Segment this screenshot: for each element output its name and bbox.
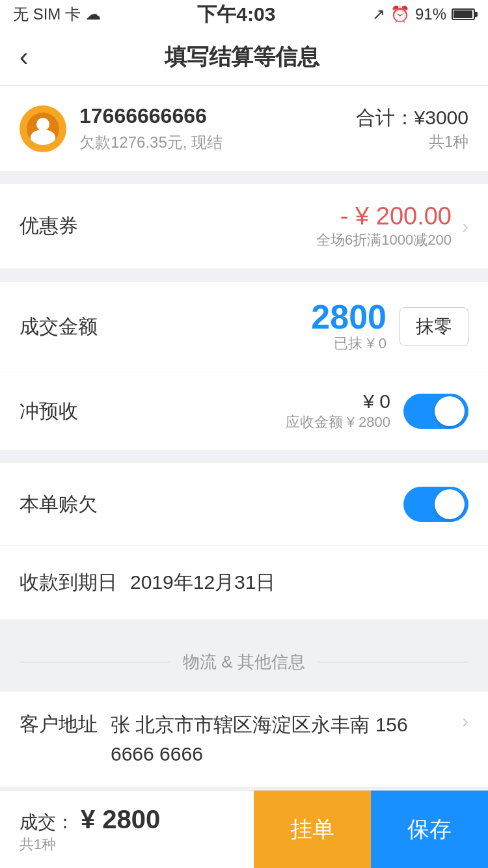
prepaid-right: ¥ 0 应收金额 ¥ 2800 xyxy=(286,390,468,432)
back-button[interactable]: ‹ xyxy=(20,42,28,72)
prepaid-receivable: 应收金额 ¥ 2800 xyxy=(286,413,390,432)
coupon-row[interactable]: 优惠券 - ¥ 200.00 全场6折满1000减200 › xyxy=(0,184,488,269)
prepaid-toggle[interactable] xyxy=(403,394,468,429)
address-row[interactable]: 客户地址 张 北京市市辖区海淀区永丰南 156 6666 6666 › xyxy=(0,692,488,787)
transaction-value: 2800 xyxy=(311,300,386,334)
coupon-desc: 全场6折满1000减200 xyxy=(316,230,452,250)
due-date-row: 收款到期日 2019年12月31日 xyxy=(0,546,488,619)
battery-icon xyxy=(452,8,475,20)
prepaid-value-wrap: ¥ 0 应收金额 ¥ 2800 xyxy=(286,390,390,432)
prepaid-label: 冲预收 xyxy=(20,398,78,425)
customer-info: 17666666666 欠款1276.35元, 现结 xyxy=(79,104,223,153)
transaction-row: 成交金额 2800 已抹 ¥ 0 抹零 xyxy=(0,282,488,372)
due-label: 收款到期日 xyxy=(20,569,117,596)
address-value: 张 北京市市辖区海淀区永丰南 156 6666 6666 xyxy=(111,710,449,768)
alarm-icon: ⏰ xyxy=(390,5,410,23)
bottom-summary: 成交： ¥ 2800 共1种 xyxy=(0,805,254,854)
bottom-transaction-label: 成交： xyxy=(20,810,74,835)
logistics-line-right xyxy=(318,662,468,662)
address-label: 客户地址 xyxy=(20,710,98,738)
customer-left: 17666666666 欠款1276.35元, 现结 xyxy=(20,104,223,153)
hang-button[interactable]: 挂单 xyxy=(254,791,371,869)
customer-debt: 欠款1276.35元, 现结 xyxy=(79,132,223,153)
divider-5 xyxy=(0,619,488,632)
coupon-amount: - ¥ 200.00 xyxy=(316,202,452,230)
avatar-icon xyxy=(27,113,59,145)
nav-bar: ‹ 填写结算等信息 xyxy=(0,29,488,86)
sim-label: 无 SIM 卡 ☁ xyxy=(13,4,101,25)
status-left: 无 SIM 卡 ☁ xyxy=(13,4,101,25)
status-right: ↗ ⏰ 91% xyxy=(372,5,475,23)
total-amount: 合计：¥3000 xyxy=(356,105,468,131)
prepaid-row: 冲预收 ¥ 0 应收金额 ¥ 2800 xyxy=(0,372,488,450)
debt-row: 本单赊欠 xyxy=(0,463,488,545)
coupon-right: - ¥ 200.00 全场6折满1000减200 › xyxy=(316,202,468,250)
debt-toggle-thumb xyxy=(435,489,465,519)
debt-label: 本单赊欠 xyxy=(20,491,98,518)
due-value: 2019年12月31日 xyxy=(130,569,275,596)
transaction-zeroed: 已抹 ¥ 0 xyxy=(311,334,386,353)
round-button[interactable]: 抹零 xyxy=(400,307,468,346)
content: 17666666666 欠款1276.35元, 现结 合计：¥3000 共1种 … xyxy=(0,86,488,868)
customer-card: 17666666666 欠款1276.35元, 现结 合计：¥3000 共1种 xyxy=(0,86,488,171)
bottom-transaction: 成交： ¥ 2800 xyxy=(20,805,234,835)
prepaid-value: ¥ 0 xyxy=(286,390,390,413)
battery-label: 91% xyxy=(415,5,446,23)
divider-1 xyxy=(0,171,488,184)
toggle-thumb xyxy=(435,396,465,426)
status-time: 下午4:03 xyxy=(197,1,275,28)
status-bar: 无 SIM 卡 ☁ 下午4:03 ↗ ⏰ 91% xyxy=(0,0,488,29)
total-count: 共1种 xyxy=(356,131,468,152)
avatar xyxy=(20,105,66,152)
coupon-label: 优惠券 xyxy=(20,213,78,239)
address-chevron-right-icon: › xyxy=(462,710,468,732)
location-icon: ↗ xyxy=(372,5,385,23)
debt-toggle[interactable] xyxy=(403,487,468,522)
divider-3 xyxy=(0,450,488,463)
chevron-right-icon: › xyxy=(462,215,468,237)
page-title: 填写结算等信息 xyxy=(41,42,442,72)
bottom-transaction-value: ¥ 2800 xyxy=(81,805,160,834)
transaction-label: 成交金额 xyxy=(20,314,98,340)
transaction-value-wrap: 2800 已抹 ¥ 0 xyxy=(311,300,386,353)
save-button[interactable]: 保存 xyxy=(371,791,488,869)
bottom-bar: 成交： ¥ 2800 共1种 挂单 保存 xyxy=(0,790,488,868)
transaction-right: 2800 已抹 ¥ 0 抹零 xyxy=(311,300,468,353)
customer-phone: 17666666666 xyxy=(79,104,223,128)
logistics-header: 物流 & 其他信息 xyxy=(0,632,488,692)
logistics-title: 物流 & 其他信息 xyxy=(183,651,305,673)
bottom-count: 共1种 xyxy=(20,835,234,854)
divider-2 xyxy=(0,269,488,282)
coupon-discount-wrapper: - ¥ 200.00 全场6折满1000减200 xyxy=(316,202,452,250)
customer-right: 合计：¥3000 共1种 xyxy=(356,105,468,152)
logistics-line-left xyxy=(20,662,170,662)
